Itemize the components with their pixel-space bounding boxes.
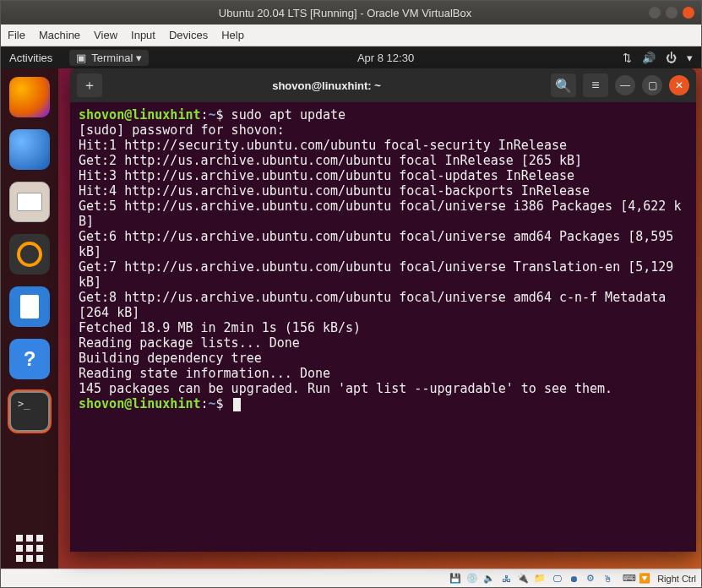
- dock: ?: [1, 68, 58, 569]
- dock-rhythmbox[interactable]: [9, 234, 50, 275]
- dock-help[interactable]: ?: [9, 339, 50, 379]
- search-button[interactable]: 🔍: [551, 74, 576, 97]
- dock-firefox[interactable]: [9, 77, 50, 117]
- app-menu-terminal[interactable]: ▣ Terminal ▾: [69, 50, 149, 66]
- vbox-menu-devices[interactable]: Devices: [169, 29, 208, 41]
- activities-button[interactable]: Activities: [9, 52, 52, 64]
- search-icon: 🔍: [555, 78, 572, 94]
- gnome-topbar: Activities ▣ Terminal ▾ Apr 8 12:30 ⇅ 🔊 …: [1, 46, 701, 68]
- show-applications-button[interactable]: [9, 528, 50, 569]
- terminal-icon: ▣: [76, 52, 86, 64]
- vbox-audio-icon[interactable]: 🔈: [482, 572, 496, 585]
- vbox-optical-icon[interactable]: 💿: [465, 572, 479, 585]
- hamburger-icon: ≡: [591, 78, 599, 93]
- vbox-menu-file[interactable]: File: [8, 29, 25, 41]
- virtualbox-titlebar[interactable]: Ubuntu 20.04 LTS [Running] - Oracle VM V…: [1, 1, 701, 24]
- vbox-hdd-icon[interactable]: 💾: [449, 572, 462, 585]
- vbox-shared-icon[interactable]: 📁: [533, 572, 547, 585]
- chevron-down-icon[interactable]: ▾: [687, 52, 693, 64]
- vbox-menu-input[interactable]: Input: [131, 29, 155, 41]
- terminal-close-button[interactable]: ✕: [669, 75, 689, 95]
- network-icon[interactable]: ⇅: [623, 52, 632, 64]
- virtualbox-window: Ubuntu 20.04 LTS [Running] - Oracle VM V…: [0, 0, 702, 588]
- vbox-mouse-icon[interactable]: 🖱: [601, 572, 614, 585]
- guest-screen: Activities ▣ Terminal ▾ Apr 8 12:30 ⇅ 🔊 …: [1, 46, 701, 569]
- virtualbox-menubar: File Machine View Input Devices Help: [1, 24, 701, 46]
- vbox-menu-view[interactable]: View: [94, 29, 117, 41]
- hamburger-menu-button[interactable]: ≡: [583, 74, 608, 97]
- terminal-output[interactable]: shovon@linuxhint:~$ sudo apt update [sud…: [70, 102, 696, 552]
- vbox-menu-help[interactable]: Help: [221, 29, 244, 41]
- virtualbox-title: Ubuntu 20.04 LTS [Running] - Oracle VM V…: [41, 7, 649, 19]
- vbox-record-icon[interactable]: ⏺: [567, 572, 580, 585]
- new-tab-button[interactable]: ＋: [77, 74, 102, 97]
- terminal-headerbar[interactable]: ＋ shovon@linuxhint: ~ 🔍 ≡ — ▢ ✕: [70, 68, 696, 102]
- terminal-title: shovon@linuxhint: ~: [109, 79, 544, 92]
- vbox-usb-icon[interactable]: 🔌: [516, 572, 530, 585]
- dock-files[interactable]: [9, 182, 50, 222]
- vbox-maximize-button[interactable]: [666, 7, 678, 19]
- vbox-minimize-button[interactable]: [649, 7, 661, 19]
- vbox-menu-machine[interactable]: Machine: [39, 29, 80, 41]
- vbox-close-button[interactable]: [683, 7, 694, 19]
- dock-terminal[interactable]: [9, 391, 50, 432]
- workspace: ＋ shovon@linuxhint: ~ 🔍 ≡ — ▢ ✕ shovon@l…: [58, 68, 701, 569]
- virtualbox-statusbar: 💾 💿 🔈 🖧 🔌 📁 🖵 ⏺ ⚙ 🖱 ⌨ 🔽 Right Ctrl: [1, 569, 701, 587]
- vbox-cpu-icon[interactable]: ⚙: [584, 572, 597, 585]
- vbox-network-icon[interactable]: 🖧: [499, 572, 513, 585]
- vbox-display-icon[interactable]: 🖵: [550, 572, 563, 585]
- volume-icon[interactable]: 🔊: [642, 52, 656, 64]
- dock-thunderbird[interactable]: [9, 129, 50, 170]
- vbox-host-key: Right Ctrl: [657, 574, 696, 584]
- gnome-terminal-window: ＋ shovon@linuxhint: ~ 🔍 ≡ — ▢ ✕ shovon@l…: [70, 68, 696, 552]
- dock-libreoffice[interactable]: [9, 286, 50, 327]
- power-icon[interactable]: ⏻: [666, 52, 677, 64]
- terminal-maximize-button[interactable]: ▢: [642, 75, 662, 95]
- terminal-minimize-button[interactable]: —: [615, 75, 635, 95]
- clock[interactable]: Apr 8 12:30: [149, 52, 623, 64]
